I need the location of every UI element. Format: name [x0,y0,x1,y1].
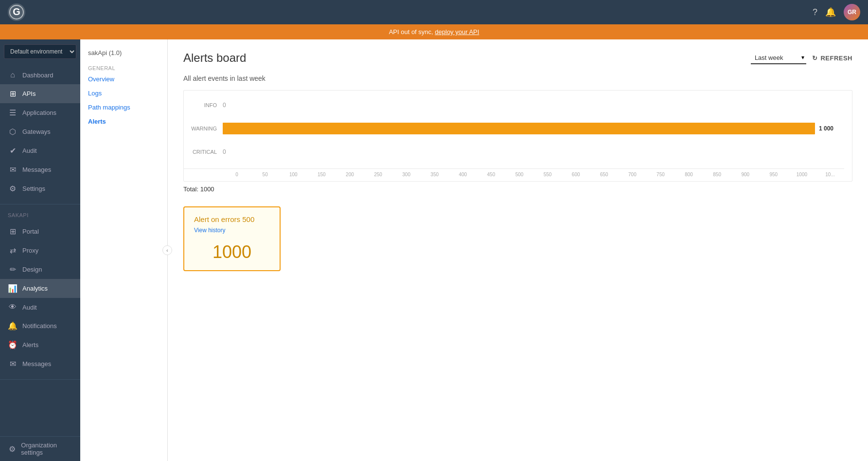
topbar: G ? 🔔 GR [0,0,868,24]
sidebar-item-analytics[interactable]: 📊 Analytics [0,279,80,298]
nav-divider [0,204,80,204]
sidebar-item-label: Notifications [22,322,57,330]
sidebar-item-label: Portal [22,228,39,235]
header-controls: Last week Last month Last 3 months ↻ REF… [751,52,852,64]
main-content: Alerts board Last week Last month Last 3… [168,39,868,461]
page-title: Alerts board [183,51,246,65]
api-sidebar-item-alerts[interactable]: Alerts [80,114,167,129]
sidebar-item-settings[interactable]: ⚙ Settings [0,179,80,198]
bell-icon[interactable]: 🔔 [825,7,836,18]
sidebar-item-design[interactable]: ✏ Design [0,260,80,279]
sidebar-item-org-settings[interactable]: ⚙ Organization settings [0,437,80,461]
alert-card: Alert on errors 500 View history 1000 [183,206,281,271]
chart-value-warning: 1 000 [819,125,833,132]
refresh-label: REFRESH [820,55,852,62]
sidebar-item-label: Analytics [22,285,48,292]
global-sidebar: Default environment ⌂ Dashboard ⊞ APIs ☰… [0,39,80,461]
x-label-0: 0 [223,172,251,177]
dashboard-icon: ⌂ [8,71,18,79]
sidebar-item-applications[interactable]: ☰ Applications [0,103,80,122]
sidebar-item-gateways[interactable]: ⬡ Gateways [0,122,80,141]
sidebar-collapse-button[interactable]: ‹ [162,245,172,255]
sidebar-item-label: Audit [22,304,37,311]
portal-icon: ⊞ [8,227,18,236]
refresh-button[interactable]: ↻ REFRESH [812,55,852,62]
chart-row-info: INFO 0 [184,98,844,112]
sidebar-item-audit[interactable]: ✔ Audit [0,141,80,160]
sidebar-item-audit2[interactable]: 👁 Audit [0,298,80,316]
deploy-api-link[interactable]: deploy your API [435,28,479,36]
x-label-900: 900 [731,172,760,177]
x-label-300: 300 [392,172,421,177]
nav-divider-bottom [0,379,80,380]
api-sidebar: sakApi (1.0) GENERAL Overview Logs Path … [80,39,168,461]
chart-bar-area-critical: 0 [223,145,844,159]
chart-section: All alert events in last week INFO 0 WAR… [183,74,852,193]
api-sidebar-item-logs[interactable]: Logs [80,86,167,100]
chart-x-axis: 0 50 100 150 200 250 300 350 400 450 500… [184,168,844,181]
topbar-left: G [8,3,25,21]
sidebar-item-apis[interactable]: ⊞ APIs [0,84,80,103]
alert-card-title: Alert on errors 500 [194,215,270,223]
sidebar-item-label: Design [22,266,42,273]
main-layout: Default environment ⌂ Dashboard ⊞ APIs ☰… [0,39,868,461]
sidebar-item-label: Proxy [22,247,38,254]
analytics-icon: 📊 [8,284,18,293]
sidebar-item-messages2[interactable]: ✉ Messages [0,354,80,373]
environment-select[interactable]: Default environment [4,44,76,59]
sync-text: API out of sync, [389,28,435,36]
chart-title: All alert events in last week [183,74,852,82]
api-sidebar-item-overview[interactable]: Overview [80,72,167,86]
apis-icon: ⊞ [8,89,18,98]
topbar-right: ? 🔔 GR [813,4,860,20]
chart-total: Total: 1000 [183,185,852,193]
sidebar-item-proxy[interactable]: ⇄ Proxy [0,241,80,260]
x-label-750: 750 [646,172,674,177]
chart-bar-warning [223,123,815,134]
sidebar-item-alerts[interactable]: ⏰ Alerts [0,335,80,354]
x-label-600: 600 [562,172,590,177]
x-label-700: 700 [618,172,646,177]
gateways-icon: ⬡ [8,127,18,136]
alerts-icon: ⏰ [8,340,18,350]
api-sidebar-title: sakApi (1.0) [80,45,167,62]
app-logo: G [8,3,25,21]
x-label-650: 650 [590,172,618,177]
sakapi-nav-section: ⊞ Portal ⇄ Proxy ✏ Design 📊 Analytics 👁 … [0,220,80,375]
sidebar-item-label: Messages [22,166,51,173]
period-select[interactable]: Last week Last month Last 3 months [751,52,806,64]
api-sidebar-section-general: GENERAL [80,62,167,72]
proxy-icon: ⇄ [8,246,18,255]
chart-bar-area-info: 0 [223,98,844,112]
x-label-450: 450 [477,172,505,177]
x-label-350: 350 [421,172,449,177]
chart-label-warning: WARNING [184,126,223,131]
sidebar-item-notifications[interactable]: 🔔 Notifications [0,316,80,335]
chart-row-critical: CRITICAL 0 [184,145,844,159]
sidebar-item-messages[interactable]: ✉ Messages [0,160,80,179]
sidebar-item-label: Organization settings [21,442,72,456]
x-label-50: 50 [251,172,279,177]
applications-icon: ☰ [8,108,18,117]
x-label-1000: 1000 [788,172,816,177]
notifications-icon: 🔔 [8,321,18,331]
sidebar-item-dashboard[interactable]: ⌂ Dashboard [0,66,80,84]
content-header: Alerts board Last week Last month Last 3… [183,51,852,65]
x-label-more: 10... [816,172,844,177]
view-history-link[interactable]: View history [194,227,225,234]
messages2-icon: ✉ [8,359,18,369]
x-label-400: 400 [449,172,477,177]
x-label-200: 200 [336,172,364,177]
sidebar-item-label: Messages [22,360,51,368]
settings-icon: ⚙ [8,184,18,193]
chart-container: INFO 0 WARNING 1 000 CRITICAL [183,90,852,182]
sidebar-item-portal[interactable]: ⊞ Portal [0,222,80,241]
sakapi-section-label: SAKAPI [0,208,80,220]
x-label-950: 950 [760,172,788,177]
sidebar-item-label: Settings [22,185,45,192]
sidebar-item-label: Dashboard [22,72,53,79]
api-sidebar-item-path-mappings[interactable]: Path mappings [80,100,167,114]
help-icon[interactable]: ? [813,7,817,18]
avatar[interactable]: GR [844,4,860,20]
sidebar-item-label: Audit [22,147,37,154]
